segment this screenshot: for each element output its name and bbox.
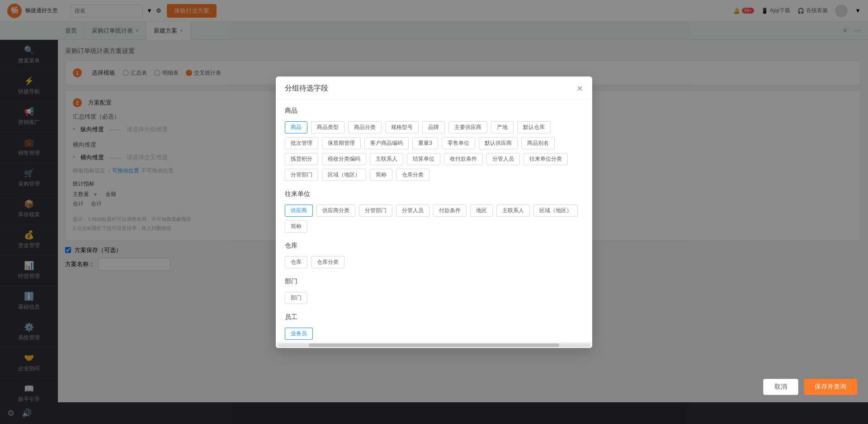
field-tag-0-11[interactable]: 重量3 xyxy=(412,137,438,149)
field-tag-1-2[interactable]: 分管部门 xyxy=(359,205,392,217)
field-tag-0-21[interactable]: 往来单位分类 xyxy=(524,153,568,165)
field-tag-0-9[interactable]: 保质期管理 xyxy=(322,137,361,149)
field-tag-0-13[interactable]: 默认供应商 xyxy=(479,137,518,149)
field-tag-1-6[interactable]: 主联系人 xyxy=(496,205,530,217)
field-tag-0-0[interactable]: 商品 xyxy=(285,121,307,133)
cancel-button[interactable]: 取消 xyxy=(763,379,798,395)
field-tag-0-24[interactable]: 简称 xyxy=(370,169,392,181)
field-section-2: 仓库仓库仓库分类 xyxy=(285,242,583,268)
field-tags-1: 供应商供应商分类分管部门分管人员付款条件地区主联系人区域（地区）简称 xyxy=(285,205,583,233)
field-tag-4-0[interactable]: 业务员 xyxy=(285,328,313,340)
field-section-title-0: 商品 xyxy=(285,107,583,117)
field-tag-1-3[interactable]: 分管人员 xyxy=(396,205,429,217)
field-tag-0-7[interactable]: 默认仓库 xyxy=(517,121,551,133)
field-tag-0-25[interactable]: 仓库分类 xyxy=(396,169,429,181)
modal-overlay: 分组待选字段 ✕ 商品商品商品类型商品分类规格型号品牌主要供应商产地默认仓库批次… xyxy=(0,0,868,424)
field-tag-0-4[interactable]: 品牌 xyxy=(422,121,445,133)
field-tag-1-1[interactable]: 供应商分类 xyxy=(316,205,355,217)
field-tags-4: 业务员 xyxy=(285,328,583,340)
field-section-title-2: 仓库 xyxy=(285,242,583,252)
field-tag-0-1[interactable]: 商品类型 xyxy=(311,121,344,133)
field-tag-0-17[interactable]: 主联系人 xyxy=(370,153,403,165)
modal-title: 分组待选字段 xyxy=(285,84,328,93)
field-tag-0-12[interactable]: 零售单位 xyxy=(442,137,475,149)
field-tag-3-0[interactable]: 部门 xyxy=(285,292,307,304)
field-tag-0-18[interactable]: 结算单位 xyxy=(407,153,440,165)
save-button[interactable]: 保存并查询 xyxy=(804,379,857,395)
field-tag-0-15[interactable]: 拣货积分 xyxy=(285,153,318,165)
field-tags-0: 商品商品类型商品分类规格型号品牌主要供应商产地默认仓库批次管理保质期管理客户商品… xyxy=(285,121,583,181)
field-tag-2-1[interactable]: 仓库分类 xyxy=(311,256,344,268)
field-tag-0-3[interactable]: 规格型号 xyxy=(385,121,419,133)
field-section-title-1: 往来单位 xyxy=(285,190,583,200)
field-tag-0-6[interactable]: 产地 xyxy=(491,121,514,133)
field-section-1: 往来单位供应商供应商分类分管部门分管人员付款条件地区主联系人区域（地区）简称 xyxy=(285,190,583,233)
field-tag-0-10[interactable]: 客户商品编码 xyxy=(364,137,409,149)
field-section-0: 商品商品商品类型商品分类规格型号品牌主要供应商产地默认仓库批次管理保质期管理客户… xyxy=(285,107,583,181)
field-tag-0-8[interactable]: 批次管理 xyxy=(285,137,318,149)
modal-body: 商品商品商品类型商品分类规格型号品牌主要供应商产地默认仓库批次管理保质期管理客户… xyxy=(276,100,592,343)
modal-header: 分组待选字段 ✕ xyxy=(276,76,592,100)
field-tag-0-20[interactable]: 分管人员 xyxy=(486,153,520,165)
action-buttons: 取消 保存并查询 xyxy=(763,379,857,395)
field-tag-0-23[interactable]: 区域（地区） xyxy=(322,169,366,181)
field-tag-1-5[interactable]: 地区 xyxy=(470,205,493,217)
field-tags-2: 仓库仓库分类 xyxy=(285,256,583,268)
modal-footer-scroll xyxy=(276,343,592,348)
field-tag-1-4[interactable]: 付款条件 xyxy=(433,205,467,217)
field-tag-1-8[interactable]: 简称 xyxy=(285,220,307,233)
scrollbar-thumb xyxy=(309,343,559,347)
field-tag-1-0[interactable]: 供应商 xyxy=(285,205,313,217)
field-section-3: 部门部门 xyxy=(285,277,583,304)
field-section-title-4: 员工 xyxy=(285,313,583,323)
field-section-4: 员工业务员 xyxy=(285,313,583,340)
field-section-title-3: 部门 xyxy=(285,277,583,287)
field-tag-0-19[interactable]: 收付款条件 xyxy=(444,153,483,165)
modal-close-btn[interactable]: ✕ xyxy=(576,84,583,94)
field-tag-0-16[interactable]: 税收分类编码 xyxy=(322,153,366,165)
field-tag-0-2[interactable]: 商品分类 xyxy=(348,121,382,133)
field-tag-0-5[interactable]: 主要供应商 xyxy=(448,121,487,133)
field-tags-3: 部门 xyxy=(285,292,583,304)
field-tag-2-0[interactable]: 仓库 xyxy=(285,256,307,268)
horizontal-scrollbar[interactable] xyxy=(278,343,590,347)
modal: 分组待选字段 ✕ 商品商品商品类型商品分类规格型号品牌主要供应商产地默认仓库批次… xyxy=(276,76,592,348)
field-tag-1-7[interactable]: 区域（地区） xyxy=(533,205,578,217)
field-tag-0-22[interactable]: 分管部门 xyxy=(285,169,318,181)
field-tag-0-14[interactable]: 商品别名 xyxy=(521,137,555,149)
